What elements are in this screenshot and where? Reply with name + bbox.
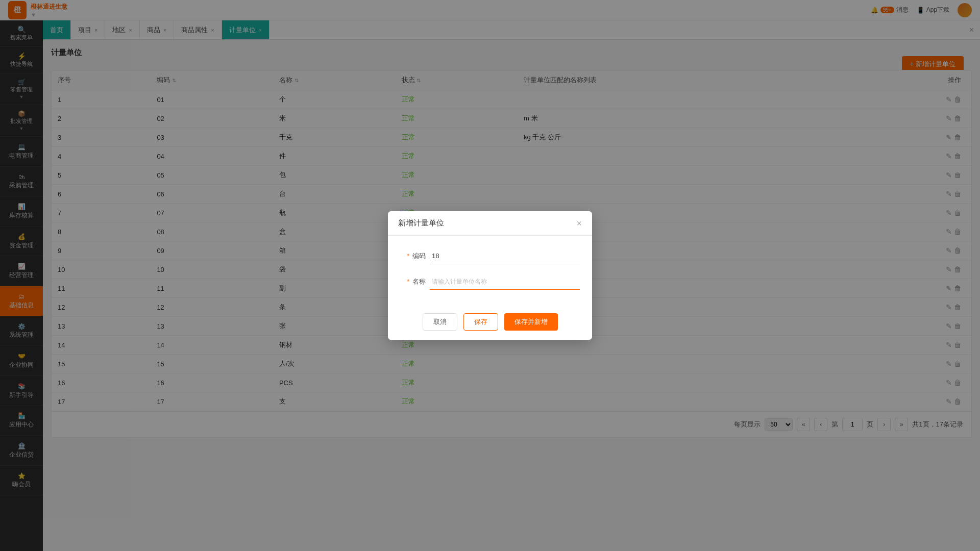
add-unit-modal: 新增计量单位 × * 编码 * 名称 取消 保存 保存并新增 <box>388 211 592 340</box>
name-label: * 名称 <box>400 277 426 286</box>
modal-close-btn[interactable]: × <box>576 219 582 228</box>
name-input[interactable] <box>430 273 580 290</box>
save-button[interactable]: 保存 <box>463 313 498 331</box>
code-input[interactable] <box>430 248 580 264</box>
code-form-row: * 编码 <box>400 248 580 264</box>
modal-header: 新增计量单位 × <box>388 211 592 236</box>
modal-footer: 取消 保存 保存并新增 <box>388 307 592 340</box>
save-and-new-button[interactable]: 保存并新增 <box>504 313 558 331</box>
modal-body: * 编码 * 名称 <box>388 236 592 307</box>
modal-overlay[interactable]: 新增计量单位 × * 编码 * 名称 取消 保存 保存并新增 <box>0 0 980 551</box>
modal-title: 新增计量单位 <box>398 218 444 228</box>
name-form-row: * 名称 <box>400 273 580 290</box>
code-required-star: * <box>407 252 409 260</box>
code-label: * 编码 <box>400 252 426 261</box>
cancel-button[interactable]: 取消 <box>423 313 457 331</box>
name-required-star: * <box>407 278 409 285</box>
